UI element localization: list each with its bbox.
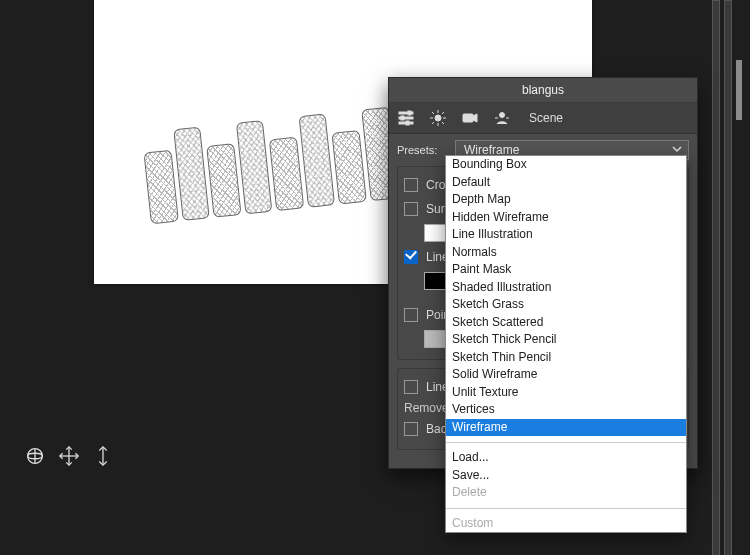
scene-label: Scene [529,111,563,125]
wireframe-model [138,76,429,225]
custom-option: Custom [446,515,686,533]
points-checkbox[interactable] [404,308,418,322]
svg-rect-10 [401,116,404,120]
preset-option[interactable]: Solid Wireframe [446,366,686,384]
orbit-icon[interactable] [24,445,46,467]
preset-option[interactable]: Bounding Box [446,156,686,174]
right-scroll-region [712,0,742,555]
svg-line-17 [432,112,434,114]
svg-rect-21 [463,114,473,122]
sliders-icon[interactable] [397,109,415,127]
light-icon[interactable] [429,109,447,127]
preset-option[interactable]: Default [446,174,686,192]
backface-checkbox[interactable] [404,422,418,436]
save-option[interactable]: Save... [446,467,686,485]
preset-option[interactable]: Hidden Wireframe [446,209,686,227]
preset-option[interactable]: Sketch Thick Pencil [446,331,686,349]
presets-dropdown-list: Bounding BoxDefaultDepth MapHidden Wiref… [445,155,687,533]
svg-marker-22 [473,114,477,122]
cross-section-checkbox[interactable] [404,178,418,192]
preset-option[interactable]: Depth Map [446,191,686,209]
scrollbar-track[interactable] [724,0,732,555]
svg-line-20 [432,122,434,124]
preset-option[interactable]: Normals [446,244,686,262]
preset-option[interactable]: Vertices [446,401,686,419]
load-option[interactable]: Load... [446,449,686,467]
preset-option[interactable]: Wireframe [446,419,686,437]
presets-label: Presets: [397,144,445,156]
svg-line-18 [442,122,444,124]
dolly-icon[interactable] [92,445,114,467]
delete-option: Delete [446,484,686,502]
surface-checkbox[interactable] [404,202,418,216]
panel-title: blangus [389,78,697,103]
preset-option[interactable]: Shaded Illustration [446,279,686,297]
scene-icon[interactable] [493,109,511,127]
preset-option[interactable]: Sketch Grass [446,296,686,314]
camera-icon[interactable] [461,109,479,127]
scrollbar-handle[interactable] [736,60,742,120]
preset-option[interactable]: Unlit Texture [446,384,686,402]
preset-option[interactable]: Line Illustration [446,226,686,244]
panel-toolbar: Scene [389,103,697,134]
svg-point-23 [500,113,505,118]
scrollbar-track[interactable] [712,0,720,555]
pan-icon[interactable] [58,445,80,467]
preset-option[interactable]: Sketch Scattered [446,314,686,332]
svg-line-19 [442,112,444,114]
svg-rect-11 [406,121,409,125]
lines-checkbox[interactable] [404,250,418,264]
viewport-tools [24,445,114,467]
linearize-checkbox[interactable] [404,380,418,394]
preset-option[interactable]: Sketch Thin Pencil [446,349,686,367]
svg-point-12 [435,115,441,121]
preset-option[interactable]: Paint Mask [446,261,686,279]
svg-rect-9 [408,111,411,115]
